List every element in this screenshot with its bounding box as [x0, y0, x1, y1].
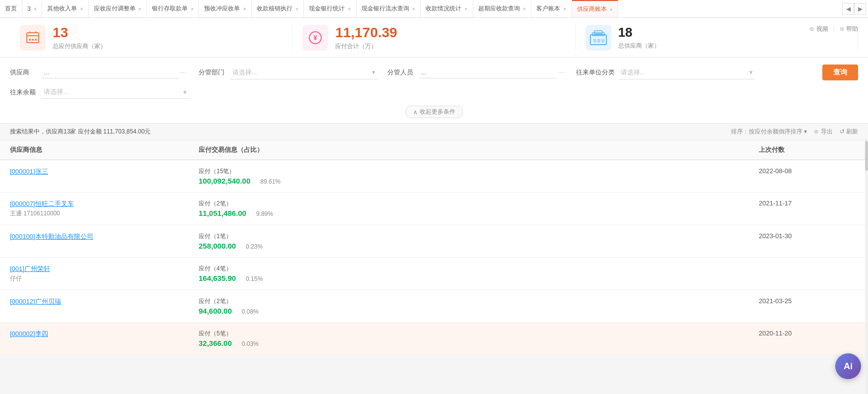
supplier-link-4[interactable]: [001]广州荣轩: [10, 264, 199, 273]
summary-total-suppliers-label: 总供应商（家）: [618, 42, 660, 50]
dept-dropdown-icon: ▾: [372, 68, 375, 76]
supplier-link-3[interactable]: [000100]本特勤油品有限公司: [10, 232, 199, 241]
nav-tab-customer-account-label: 客户账本: [536, 4, 560, 13]
nav-tab-supplier-account-close[interactable]: ×: [610, 6, 613, 12]
table: 供应商信息 应付交易信息（占比） 上次付数 [000001]张三 应付（15笔）…: [0, 140, 868, 355]
table-row[interactable]: [000007]恒旺二手叉车 王通 17106110000 应付（2笔） 11,…: [0, 193, 868, 225]
nav-tab-cash-bank-stat-label: 现金银行统计: [309, 4, 345, 13]
summary-total-suppliers-icon: [585, 25, 611, 51]
balance-select[interactable]: 请选择... ▾: [42, 85, 189, 99]
nav-tab-collect-verify[interactable]: 收款核销执行 ×: [252, 0, 304, 18]
tx-row-5: 94,600.00 0.08%: [199, 307, 759, 315]
nav-tab-3-close[interactable]: ×: [34, 6, 37, 12]
refresh-button[interactable]: ↺ 刷新: [840, 128, 858, 136]
supplier-link-2[interactable]: [000007]恒旺二手叉车: [10, 199, 199, 208]
nav-tab-advance-collect[interactable]: 预收冲应收单 ×: [199, 0, 251, 18]
nav-tab-overdue-collect[interactable]: 超期应收款查询 ×: [473, 0, 531, 18]
result-bar: 搜索结果中，供应商13家 应付金额 111,703,854.00元 排序：按应付…: [0, 124, 868, 140]
nav-tab-customer-account[interactable]: 客户账本 ×: [531, 0, 572, 18]
nav-tab-cash-bank-flow-label: 现金银行流水查询: [362, 4, 409, 13]
nav-tab-collect-stat-label: 收款情况统计: [426, 4, 461, 13]
nav-tab-overdue-collect-close[interactable]: ×: [523, 6, 526, 12]
tx-percent-3: 0.23%: [246, 243, 263, 250]
nav-tab-cash-bank-stat[interactable]: 现金银行统计 ×: [304, 0, 356, 18]
help-divider: |: [833, 25, 835, 33]
nav-tab-cash-bank-flow-close[interactable]: ×: [412, 6, 415, 12]
person-label: 分管人员: [387, 68, 415, 77]
balance-dropdown-icon: ▾: [183, 88, 187, 96]
summary-ap-amount: ¥ 11,170.39 应付合计（万）: [292, 24, 575, 51]
sort-icon: ▾: [804, 128, 807, 135]
export-button[interactable]: ⊙ 导出: [814, 128, 832, 136]
nav-tab-3-label: 3: [27, 5, 31, 12]
category-select[interactable]: 请选择... ▾: [619, 66, 755, 79]
nav-tab-cash-bank-flow[interactable]: 现金银行流水查询 ×: [357, 0, 421, 18]
supplier-link-5[interactable]: [000012]广州贝瑞: [10, 297, 199, 306]
nav-tab-other-income-close[interactable]: ×: [80, 6, 83, 12]
nav-tab-collect-verify-close[interactable]: ×: [295, 6, 298, 12]
nav-tab-home[interactable]: 首页: [0, 0, 22, 18]
nav-tab-cash-bank-stat-close[interactable]: ×: [348, 6, 351, 12]
tx-label-3: 应付（1笔）: [199, 232, 759, 241]
supplier-input[interactable]: [42, 66, 178, 78]
dept-select[interactable]: 请选择... ▾: [230, 66, 377, 79]
nav-tab-overdue-collect-label: 超期应收款查询: [478, 4, 520, 13]
table-row[interactable]: [000001]张三 应付（15笔） 100,092,540.00 89.61%…: [0, 160, 868, 193]
lastpay-date-1: 2022-08-08: [759, 167, 792, 175]
summary-ap-suppliers-label: 总应付供应商（家）: [53, 42, 106, 51]
tx-label-1: 应付（15笔）: [199, 167, 759, 176]
sort-text: 排序：按应付余额倒序排序: [731, 128, 802, 135]
nav-tab-collect-stat[interactable]: 收款情况统计 ×: [421, 0, 473, 18]
nav-tab-customer-account-close[interactable]: ×: [563, 6, 566, 12]
supplier-dots-icon[interactable]: ···: [178, 68, 189, 77]
supplier-link-1[interactable]: [000001]张三: [10, 167, 199, 176]
table-row[interactable]: [000002]李四 应付（5笔） 32,366.00 0.03% 2020-1…: [0, 323, 868, 355]
sort-label[interactable]: 排序：按应付余额倒序排序 ▾: [731, 128, 807, 136]
query-button[interactable]: 查询: [822, 65, 858, 80]
balance-label: 往来余额: [10, 88, 38, 97]
svg-point-3: [35, 39, 37, 41]
tx-amount-5: 94,600.00: [199, 307, 232, 315]
collapse-button[interactable]: ∧ 收起更多条件: [406, 106, 463, 118]
supplier-info-6: [000002]李四: [10, 329, 199, 339]
supplier-link-6[interactable]: [000002]李四: [10, 329, 199, 338]
svg-point-2: [32, 39, 34, 41]
person-dots-icon[interactable]: ···: [556, 68, 566, 77]
nav-arrows: ◀ ▶: [840, 3, 868, 15]
nav-prev-arrow[interactable]: ◀: [842, 3, 854, 15]
nav-tab-bank-deposit-label: 银行存取款单: [152, 4, 188, 13]
nav-tab-bank-deposit[interactable]: 银行存取款单 ×: [147, 0, 199, 18]
svg-rect-9: [593, 39, 596, 43]
table-row[interactable]: [000012]广州贝瑞 应付（2笔） 94,600.00 0.08% 2021…: [0, 290, 868, 323]
person-input[interactable]: [419, 66, 556, 78]
nav-tab-advance-collect-close[interactable]: ×: [243, 6, 246, 12]
tx-label-5: 应付（2笔）: [199, 297, 759, 306]
col-header-transaction: 应付交易信息（占比）: [199, 145, 759, 154]
table-row[interactable]: [000100]本特勤油品有限公司 应付（1笔） 258,000.00 0.23…: [0, 225, 868, 258]
tx-amount-1: 100,092,540.00: [199, 177, 250, 185]
nav-tab-ap-adjust[interactable]: 应收应付调整单 ×: [89, 0, 147, 18]
lastpay-5: 2021-03-25: [759, 297, 858, 305]
transaction-info-6: 应付（5笔） 32,366.00 0.03%: [199, 329, 759, 347]
scrollbar-thumb[interactable]: [865, 141, 868, 171]
table-row[interactable]: [001]广州荣轩 仔仔 应付（4笔） 164,635.90 0.15%: [0, 258, 868, 290]
collapse-label: 收起更多条件: [420, 108, 455, 116]
supplier-info-5: [000012]广州贝瑞: [10, 297, 199, 307]
nav-tab-other-income[interactable]: 其他收入单 ×: [42, 0, 88, 18]
help-link[interactable]: ⊙ 帮助: [840, 25, 858, 33]
nav-tab-ap-adjust-close[interactable]: ×: [139, 6, 142, 12]
summary-bar: 13 总应付供应商（家） ¥ 11,170.39 应付合计（万）: [0, 18, 868, 58]
balance-select-value: 请选择...: [44, 87, 69, 96]
svg-rect-0: [27, 33, 39, 43]
export-icon: ⊙: [814, 128, 820, 135]
nav-tab-supplier-account[interactable]: 供应商账本 ×: [572, 0, 618, 18]
nav-tab-bank-deposit-close[interactable]: ×: [191, 6, 194, 12]
collapse-up-icon: ∧: [413, 109, 418, 116]
nav-tab-collect-stat-close[interactable]: ×: [464, 6, 467, 12]
nav-tab-3[interactable]: 3 ×: [22, 0, 42, 18]
transaction-info-5: 应付（2笔） 94,600.00 0.08%: [199, 297, 759, 315]
video-link[interactable]: ⊙ 视频: [809, 25, 828, 33]
nav-next-arrow[interactable]: ▶: [854, 3, 866, 15]
summary-help-links: ⊙ 视频 | ⊙ 帮助: [809, 25, 858, 33]
scrollbar-track[interactable]: [865, 139, 868, 355]
